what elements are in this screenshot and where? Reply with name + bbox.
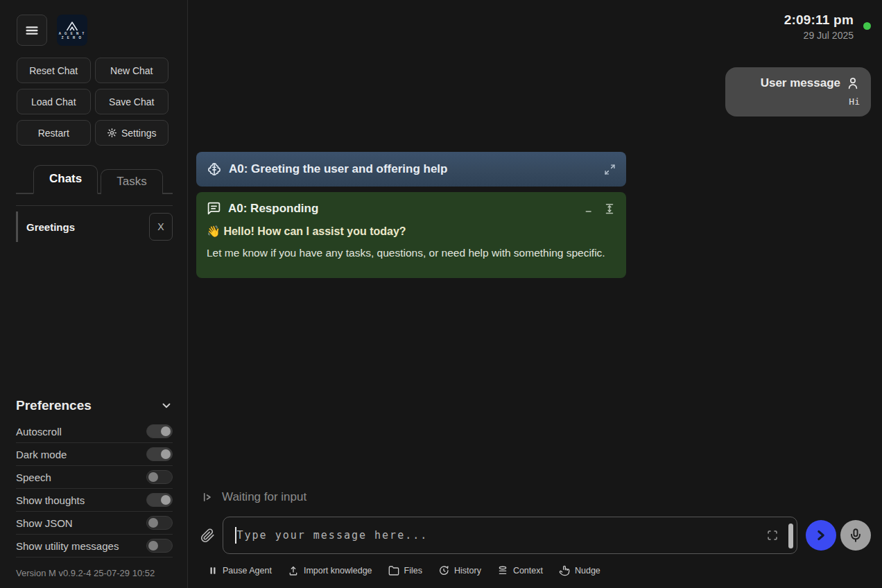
sidebar: A G E N T Z E R O Reset Chat New Chat Lo… — [0, 0, 188, 588]
context-button[interactable]: Context — [497, 565, 543, 576]
chat-list-divider — [16, 205, 173, 206]
attachment-paperclip-icon[interactable] — [200, 528, 215, 543]
pref-label: Autoscroll — [16, 426, 62, 438]
message-input[interactable]: Type your message here... — [223, 517, 797, 554]
toggle-knob — [161, 426, 171, 436]
hamburger-icon — [24, 23, 40, 38]
import-knowledge-button[interactable]: Import knowledge — [288, 565, 372, 576]
tool-label: Files — [404, 566, 422, 576]
user-message-text: Hi — [736, 96, 860, 107]
pref-row-show-json: Show JSON — [16, 512, 173, 535]
sidebar-tabs: Chats Tasks — [16, 165, 173, 194]
reset-chat-button[interactable]: Reset Chat — [17, 58, 91, 83]
pause-agent-button[interactable]: Pause Agent — [208, 566, 272, 576]
new-chat-button[interactable]: New Chat — [95, 58, 169, 83]
unfold-vertical-icon[interactable] — [603, 202, 616, 215]
composer: Type your message here... — [200, 517, 871, 554]
agent-response-body: Let me know if you have any tasks, quest… — [207, 247, 616, 259]
preferences-title: Preferences — [16, 398, 92, 413]
pref-row-dark-mode: Dark mode — [16, 443, 173, 466]
agent-topic-title: A0: Greeting the user and offering help — [229, 162, 447, 176]
restart-button[interactable]: Restart — [17, 120, 91, 146]
text-caret — [235, 527, 236, 544]
tab-chats[interactable]: Chats — [33, 165, 98, 194]
nudge-button[interactable]: Nudge — [559, 565, 600, 576]
tab-tasks[interactable]: Tasks — [101, 169, 162, 194]
files-button[interactable]: Files — [388, 565, 422, 576]
agent-zero-logo: A G E N T Z E R O — [57, 15, 87, 46]
clock-widget: 2:09:11 pm 29 Jul 2025 — [784, 12, 871, 41]
microphone-icon — [848, 528, 863, 543]
save-chat-button[interactable]: Save Chat — [95, 89, 169, 114]
agent-status-text: Waiting for input — [222, 490, 306, 504]
tool-label: History — [454, 566, 481, 576]
pause-icon — [208, 566, 218, 576]
pref-label: Speech — [16, 472, 51, 483]
folder-icon — [388, 565, 399, 576]
user-icon — [846, 76, 860, 90]
send-button[interactable] — [806, 520, 836, 551]
current-date: 29 Jul 2025 — [784, 30, 854, 41]
pref-row-autoscroll: Autoscroll — [16, 420, 173, 443]
agent-status: Waiting for input — [202, 490, 306, 504]
user-message-bubble: User message Hi — [725, 67, 871, 116]
chevron-down-icon — [160, 399, 173, 412]
sidebar-button-grid: Reset Chat New Chat Load Chat Save Chat … — [17, 58, 168, 146]
logo-text-line2: Z E R O — [62, 36, 83, 40]
chat-list-item-greetings[interactable]: Greetings X — [16, 211, 173, 242]
current-time: 2:09:11 pm — [784, 12, 854, 28]
pref-label: Dark mode — [16, 449, 67, 460]
tool-label: Context — [513, 566, 543, 576]
preferences-section: Preferences Autoscroll Dark mode Speech … — [16, 398, 173, 557]
tool-label: Pause Agent — [223, 566, 272, 576]
toggle-knob — [161, 449, 171, 459]
pref-label: Show thoughts — [16, 494, 85, 506]
show-json-toggle[interactable] — [146, 516, 173, 530]
dark-mode-toggle[interactable] — [146, 447, 173, 461]
agent-response-heading: 👋 Hello! How can I assist you today? — [207, 225, 616, 238]
agent-topic-message: A0: Greeting the user and offering help — [196, 152, 626, 187]
settings-button-label: Settings — [121, 128, 157, 139]
load-chat-button[interactable]: Load Chat — [17, 89, 91, 114]
autoscroll-toggle[interactable] — [146, 424, 173, 438]
pref-row-speech: Speech — [16, 466, 173, 489]
gear-icon — [107, 128, 117, 138]
tool-label: Nudge — [575, 566, 600, 576]
version-label: Version M v0.9.2-4 25-07-29 10:52 — [16, 568, 155, 578]
pref-label: Show utility messages — [16, 540, 119, 552]
nudge-icon — [559, 565, 570, 576]
expand-input-icon[interactable] — [766, 529, 779, 542]
pref-row-show-thoughts: Show thoughts — [16, 489, 173, 512]
microphone-button[interactable] — [840, 520, 871, 551]
toggle-knob — [148, 518, 158, 528]
chat-close-button[interactable]: X — [149, 213, 173, 241]
show-utility-toggle[interactable] — [146, 539, 173, 553]
show-thoughts-toggle[interactable] — [146, 493, 173, 507]
minimize-icon[interactable] — [584, 203, 595, 214]
preferences-header[interactable]: Preferences — [16, 398, 173, 413]
input-scrollbar-thumb[interactable] — [788, 524, 793, 548]
settings-button[interactable]: Settings — [95, 120, 169, 146]
agent-response-message: A0: Responding 👋 Hello! How can I assist… — [196, 192, 626, 278]
input-prompt-icon — [202, 491, 214, 503]
tool-label: Import knowledge — [304, 566, 372, 576]
history-button[interactable]: History — [438, 565, 481, 576]
context-icon — [497, 565, 508, 576]
connection-status-dot — [863, 22, 871, 30]
pref-row-show-utility: Show utility messages — [16, 535, 173, 557]
maximize-icon[interactable] — [604, 164, 616, 175]
chat-item-title: Greetings — [26, 221, 75, 233]
upload-icon — [288, 565, 299, 576]
message-square-icon — [207, 201, 221, 216]
logo-triangle-icon — [65, 21, 79, 32]
agent-response-title: A0: Responding — [228, 202, 318, 216]
history-icon — [438, 565, 449, 576]
toggle-knob — [161, 495, 171, 505]
speech-toggle[interactable] — [146, 470, 173, 484]
user-message-title: User message — [761, 76, 840, 90]
brain-icon — [207, 162, 222, 177]
bottom-toolbar: Pause Agent Import knowledge Files Histo… — [208, 565, 600, 576]
hamburger-menu-button[interactable] — [17, 15, 47, 46]
pref-label: Show JSON — [16, 517, 73, 529]
message-input-placeholder: Type your message here... — [237, 529, 429, 542]
